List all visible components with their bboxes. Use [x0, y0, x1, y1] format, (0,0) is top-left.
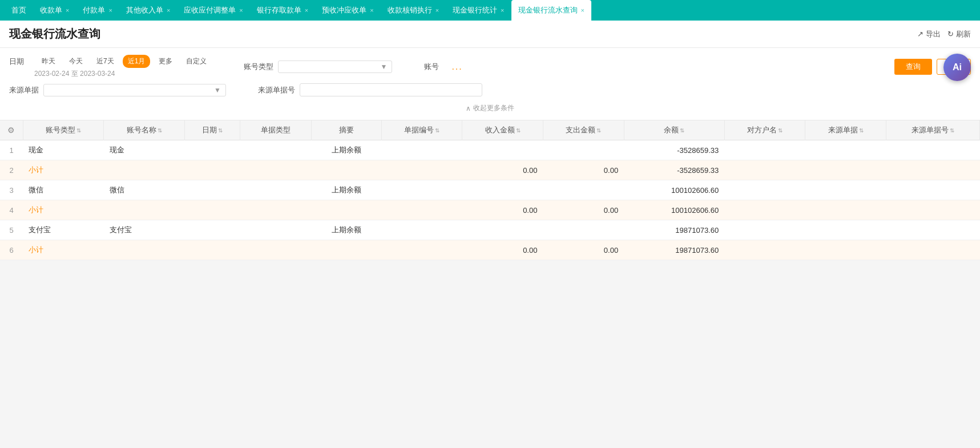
nav-home[interactable]: 首页: [5, 0, 33, 21]
cell-counterparty: [724, 220, 805, 240]
cell-num: 3: [0, 180, 23, 200]
cell-expense: 0.00: [543, 240, 624, 260]
th-doc-type: 单据类型: [240, 120, 312, 140]
nav-cash-bank-stats[interactable]: 现金银行统计 ×: [446, 0, 511, 21]
page-title: 现金银行流水查询: [9, 26, 100, 42]
th-source-doc: 来源单据⇅: [805, 120, 886, 140]
close-cash-bank-stats-icon[interactable]: ×: [501, 0, 504, 21]
table-body: 1现金现金上期余额-3528659.332小计0.000.00-3528659.…: [0, 140, 980, 260]
cell-source-doc-no: [886, 220, 980, 240]
nav-payment[interactable]: 付款单 ×: [76, 0, 119, 21]
sort-date-icon[interactable]: ⇅: [218, 127, 223, 134]
th-doc-no: 单据编号⇅: [381, 120, 462, 140]
cell-account-name: [104, 200, 185, 220]
cell-expense: [543, 220, 624, 240]
cell-expense: [543, 140, 624, 160]
cell-doc-type: [240, 160, 312, 180]
nav-other-income[interactable]: 其他收入单 ×: [119, 0, 177, 21]
cell-doc-type: [240, 220, 312, 240]
source-doc-select[interactable]: ▼: [43, 84, 226, 96]
nav-cash-bank-flow[interactable]: 现金银行流水查询 ×: [511, 0, 591, 21]
date-range-display: 2023-02-24 至 2023-03-24: [34, 69, 115, 79]
account-type-label: 账号类型: [244, 62, 273, 72]
sort-source-doc-icon[interactable]: ⇅: [859, 127, 864, 134]
refresh-button[interactable]: ↻ 刷新: [947, 29, 971, 39]
cell-source-doc: [805, 200, 886, 220]
th-income: 收入金额⇅: [462, 120, 543, 140]
cell-num: 6: [0, 240, 23, 260]
cell-date: [184, 140, 240, 160]
close-receipt-icon[interactable]: ×: [66, 0, 69, 21]
date-more[interactable]: 更多: [154, 55, 178, 68]
table-row: 6小计0.000.0019871073.60: [0, 240, 980, 260]
sort-income-icon[interactable]: ⇅: [516, 127, 521, 134]
sort-doc-no-icon[interactable]: ⇅: [435, 127, 439, 134]
date-7days[interactable]: 近7天: [91, 55, 119, 68]
account-ellipsis-button[interactable]: ...: [451, 62, 462, 72]
cell-doc-no: [381, 160, 462, 180]
cell-doc-type: [240, 200, 312, 220]
cell-income: 0.00: [462, 160, 543, 180]
sort-expense-icon[interactable]: ⇅: [596, 127, 601, 134]
close-advance-collect-icon[interactable]: ×: [370, 0, 373, 21]
query-button[interactable]: 查询: [894, 59, 932, 75]
close-adjustment-icon[interactable]: ×: [239, 0, 243, 21]
close-collect-exec-icon[interactable]: ×: [435, 0, 439, 21]
export-button[interactable]: ↗ 导出: [917, 29, 941, 39]
cell-counterparty: [724, 240, 805, 260]
cell-income: [462, 180, 543, 200]
cell-account-type: 支付宝: [23, 220, 104, 240]
sort-account-type-icon[interactable]: ⇅: [76, 127, 81, 134]
close-bank-deposit-icon[interactable]: ×: [305, 0, 308, 21]
cell-source-doc: [805, 240, 886, 260]
cell-source-doc: [805, 180, 886, 200]
cell-date: [184, 220, 240, 240]
date-custom[interactable]: 自定义: [181, 55, 212, 68]
cell-source-doc: [805, 220, 886, 240]
source-doc-no-input[interactable]: [305, 86, 477, 94]
date-yesterday[interactable]: 昨天: [37, 55, 61, 68]
nav-adjustment[interactable]: 应收应付调整单 ×: [177, 0, 249, 21]
nav-receipt[interactable]: 收款单 ×: [33, 0, 76, 21]
sort-source-doc-no-icon[interactable]: ⇅: [950, 127, 954, 134]
cell-expense: [543, 180, 624, 200]
table-row: 4小计0.000.00100102606.60: [0, 200, 980, 220]
cell-date: [184, 160, 240, 180]
date-options: 昨天 今天 近7天 近1月 更多 自定义: [37, 55, 212, 68]
cell-income: 0.00: [462, 240, 543, 260]
cell-num: 2: [0, 160, 23, 180]
nav-collect-exec[interactable]: 收款核销执行 ×: [381, 0, 446, 21]
th-expense: 支出金额⇅: [543, 120, 624, 140]
cell-doc-no: [381, 240, 462, 260]
nav-bank-deposit[interactable]: 银行存取款单 ×: [250, 0, 315, 21]
th-balance: 余额⇅: [624, 120, 724, 140]
sort-balance-icon[interactable]: ⇅: [680, 127, 684, 134]
date-1month[interactable]: 近1月: [123, 55, 151, 68]
cell-doc-type: [240, 180, 312, 200]
cell-num: 1: [0, 140, 23, 160]
account-type-select[interactable]: ▼: [278, 60, 392, 73]
cell-num: 5: [0, 220, 23, 240]
cell-num: 4: [0, 200, 23, 220]
filter-row-source: 来源单据 ▼ 来源单据号: [9, 83, 971, 96]
cell-summary: [311, 240, 381, 260]
cell-summary: 上期余额: [311, 140, 381, 160]
close-other-income-icon[interactable]: ×: [167, 0, 170, 21]
table-settings-icon[interactable]: ⚙: [7, 126, 15, 135]
table-row: 5支付宝支付宝上期余额19871073.60: [0, 220, 980, 240]
cell-balance: 19871073.60: [624, 220, 724, 240]
ai-assistant-button[interactable]: Ai: [943, 54, 971, 81]
close-payment-icon[interactable]: ×: [108, 0, 112, 21]
cell-source-doc-no: [886, 140, 980, 160]
nav-advance-collect[interactable]: 预收冲应收单 ×: [315, 0, 380, 21]
sort-counterparty-icon[interactable]: ⇅: [778, 127, 783, 134]
cell-date: [184, 180, 240, 200]
sort-account-name-icon[interactable]: ⇅: [158, 127, 162, 134]
collapse-bar[interactable]: ∧ 收起更多条件: [9, 101, 971, 115]
cell-doc-no: [381, 140, 462, 160]
close-cash-bank-flow-icon[interactable]: ×: [581, 0, 584, 21]
th-source-doc-no: 来源单据号⇅: [886, 120, 980, 140]
date-today[interactable]: 今天: [64, 55, 88, 68]
table-row: 3微信微信上期余额100102606.60: [0, 180, 980, 200]
cell-doc-type: [240, 140, 312, 160]
